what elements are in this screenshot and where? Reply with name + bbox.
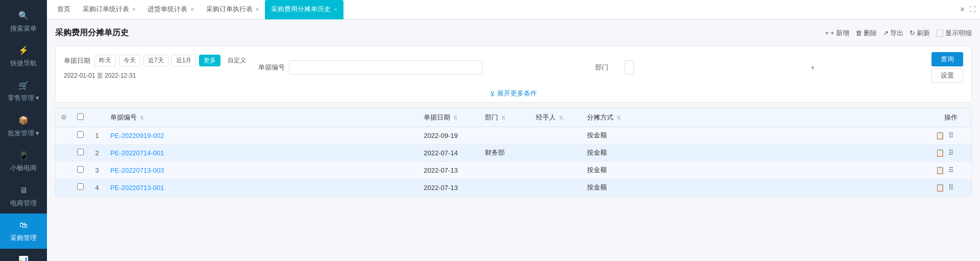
row-checkbox-cell-0 — [72, 127, 89, 144]
th-handler-label: 经手人 — [536, 113, 556, 121]
tab-label-purchase-receipt-summary: 进货单统计表 — [148, 5, 187, 14]
sidebar-label-wholesale: 批发管理 ▾ — [8, 129, 40, 137]
select-all-checkbox[interactable] — [77, 113, 84, 120]
close-window-icon[interactable]: ✕ — [960, 6, 965, 13]
row-checkbox-0[interactable] — [77, 131, 84, 138]
sort-doc-no-icon[interactable]: ⇅ — [140, 115, 144, 121]
sidebar-item-purchase[interactable]: 🛍采购管理 — [0, 213, 47, 248]
row-checkbox-3[interactable] — [77, 183, 84, 190]
delete-button[interactable]: 🗑 删除 — [855, 29, 877, 38]
row-edit-icon-2[interactable]: 📋 — [936, 166, 944, 174]
add-button[interactable]: + + 新增 — [825, 29, 849, 38]
tab-label-purchase-order-exec: 采购订单执行表 — [206, 5, 253, 14]
sidebar-label-retail: 零售管理 ▾ — [8, 94, 40, 102]
tab-close-purchase-receipt-summary[interactable]: × — [190, 6, 193, 12]
table-row: 2 PE-20220714-001 2022-07-14 财务部 按金额 📋 ⠿ — [56, 144, 971, 161]
tab-purchase-order-summary[interactable]: 采购订单统计表× — [77, 0, 141, 19]
sort-dept-icon[interactable]: ⇅ — [501, 115, 505, 121]
query-btn-group: 查询 设置 — [932, 52, 963, 83]
th-doc-no-label: 单据编号 — [110, 113, 137, 121]
th-dept-label: 部门 — [485, 113, 498, 121]
tab-close-purchase-order-summary[interactable]: × — [132, 6, 135, 12]
sidebar: 🔍搜索菜单⚡快捷导航🛒零售管理 ▾📦批发管理 ▾📱小畅电商🖥电商管理🛍采购管理📊… — [0, 0, 47, 261]
date-btn-custom[interactable]: 自定义 — [224, 55, 250, 66]
data-table: ⚙ 单据编号 ⇅ 单据日期 ⇅ — [56, 108, 971, 197]
show-col-checkbox[interactable] — [936, 30, 943, 37]
th-date: 单据日期 ⇅ — [419, 108, 480, 127]
sidebar-label-shortcut: 快捷导航 — [10, 59, 37, 67]
sidebar-icon-wholesale: 📦 — [0, 114, 47, 127]
sidebar-item-wholesale[interactable]: 📦批发管理 ▾ — [0, 109, 47, 144]
row-settings-3 — [56, 179, 72, 196]
th-date-label: 单据日期 — [424, 113, 450, 121]
date-btn-1month[interactable]: 近1月 — [172, 55, 197, 66]
row-date-2: 2022-07-13 — [419, 161, 480, 179]
filter-row-1: 单据日期 昨天 今天 近7天 近1月 更多 自定义 2022-01-01 至 2… — [64, 52, 963, 83]
sort-date-icon[interactable]: ⇅ — [453, 115, 457, 121]
table-header-row: ⚙ 单据编号 ⇅ 单据日期 ⇅ — [56, 108, 971, 127]
sidebar-icon-search: 🔍 — [0, 9, 47, 22]
row-settings-1 — [56, 144, 72, 161]
tab-purchase-order-exec[interactable]: 采购订单执行表× — [200, 0, 265, 19]
tab-purchase-receipt-summary[interactable]: 进货单统计表× — [141, 0, 200, 19]
row-doc-no-2: PE-20220713-003 — [105, 161, 419, 179]
show-col-toggle[interactable]: 显示明细 — [936, 29, 972, 38]
row-actions-3: 📋 ⠿ — [930, 179, 971, 196]
refresh-button[interactable]: ↻ 刷新 — [910, 29, 930, 38]
sidebar-item-ecommerce[interactable]: 🖥电商管理 — [0, 179, 47, 213]
sort-split-icon[interactable]: ⇅ — [617, 115, 621, 121]
row-doc-no-1: PE-20220714-001 — [105, 144, 419, 161]
sidebar-item-inventory[interactable]: 📊库存核算 — [0, 249, 47, 261]
tab-close-purchase-cost-split[interactable]: × — [334, 6, 337, 12]
row-dept-0 — [480, 127, 531, 144]
maximize-window-icon[interactable]: ⛶ — [969, 6, 976, 13]
doc-no-link-0[interactable]: PE-20220919-002 — [110, 132, 164, 139]
row-dept-3 — [480, 179, 531, 196]
row-more-icon-2[interactable]: ⠿ — [948, 166, 953, 174]
sidebar-item-shortcut[interactable]: ⚡快捷导航 — [0, 39, 47, 74]
row-settings-2 — [56, 161, 72, 179]
dept-select[interactable] — [625, 60, 634, 75]
th-settings[interactable]: ⚙ — [56, 108, 72, 127]
row-more-icon-3[interactable]: ⠿ — [948, 183, 953, 192]
row-checkbox-cell-1 — [72, 144, 89, 161]
doc-no-link-1[interactable]: PE-20220714-001 — [110, 149, 164, 157]
date-btn-today[interactable]: 今天 — [119, 55, 140, 66]
doc-no-link-3[interactable]: PE-20220713-001 — [110, 184, 164, 192]
row-dept-2 — [480, 161, 531, 179]
export-button[interactable]: ↗ 导出 — [883, 29, 903, 38]
row-checkbox-1[interactable] — [77, 149, 84, 155]
th-action: 操作 — [930, 108, 971, 127]
tab-home[interactable]: 首页 — [51, 0, 77, 19]
tab-purchase-cost-split[interactable]: 采购费用分摊单历史× — [265, 0, 343, 19]
doc-no-input[interactable] — [289, 60, 483, 75]
page-header: 采购费用分摊单历史 + + 新增 🗑 删除 ↗ 导出 ↻ 刷新 — [55, 28, 972, 38]
date-btn-7days[interactable]: 近7天 — [143, 55, 168, 66]
expand-more-button[interactable]: ⊻ 展开更多条件 — [490, 89, 537, 98]
date-btn-yesterday[interactable]: 昨天 — [94, 55, 116, 66]
sidebar-item-retail[interactable]: 🛒零售管理 ▾ — [0, 74, 47, 109]
row-more-icon-0[interactable]: ⠿ — [948, 131, 953, 139]
row-actions-0: 📋 ⠿ — [930, 127, 971, 144]
sort-handler-icon[interactable]: ⇅ — [559, 115, 563, 121]
date-btn-more[interactable]: 更多 — [199, 55, 220, 66]
doc-no-label: 单据编号 — [258, 63, 285, 72]
row-edit-icon-1[interactable]: 📋 — [936, 149, 944, 157]
row-checkbox-2[interactable] — [77, 166, 84, 173]
doc-no-filter-group: 单据编号 — [258, 60, 586, 75]
row-more-icon-1[interactable]: ⠿ — [948, 149, 953, 157]
row-doc-no-3: PE-20220713-001 — [105, 179, 419, 196]
doc-no-link-2[interactable]: PE-20220713-003 — [110, 167, 164, 174]
sidebar-item-search[interactable]: 🔍搜索菜单 — [0, 4, 47, 39]
sidebar-item-mini[interactable]: 📱小畅电商 — [0, 144, 47, 179]
row-edit-icon-0[interactable]: 📋 — [936, 131, 944, 139]
tab-close-purchase-order-exec[interactable]: × — [256, 6, 259, 12]
tab-actions: ✕ ⛶ — [960, 6, 976, 13]
row-actions-1: 📋 ⠿ — [930, 144, 971, 161]
query-button[interactable]: 查询 — [932, 52, 963, 66]
row-split-0: 按金额 — [582, 127, 930, 144]
row-edit-icon-3[interactable]: 📋 — [936, 183, 944, 192]
th-dept: 部门 ⇅ — [480, 108, 531, 127]
row-settings-0 — [56, 127, 72, 144]
filter-settings-button[interactable]: 设置 — [932, 68, 963, 83]
